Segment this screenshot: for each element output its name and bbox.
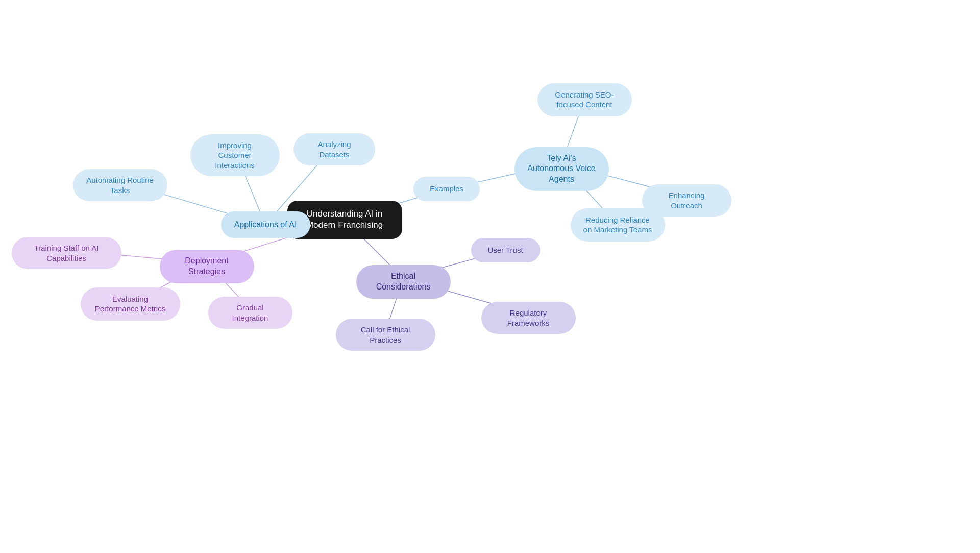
node-applications-of-ai[interactable]: Applications of AI xyxy=(221,211,310,238)
analyzing-datasets-label: Analyzing Datasets xyxy=(304,139,365,159)
center-label: Understanding AI in Modern Franchising xyxy=(298,208,392,231)
node-call-for-ethical[interactable]: Call for Ethical Practices xyxy=(336,319,435,351)
node-analyzing-datasets[interactable]: Analyzing Datasets xyxy=(293,133,375,165)
node-tely-ai[interactable]: Tely Ai's Autonomous Voice Agents xyxy=(514,147,609,191)
call-for-ethical-label: Call for Ethical Practices xyxy=(346,325,425,345)
node-evaluating-performance[interactable]: Evaluating Performance Metrics xyxy=(81,287,180,321)
gradual-integration-label: Gradual Integration xyxy=(218,303,282,323)
regulatory-frameworks-label: Regulatory Frameworks xyxy=(492,308,566,328)
node-ethical-considerations[interactable]: Ethical Considerations xyxy=(356,265,451,299)
ethical-considerations-label: Ethical Considerations xyxy=(366,271,440,293)
applications-label: Applications of AI xyxy=(234,220,297,230)
user-trust-label: User Trust xyxy=(487,245,523,255)
training-staff-label: Training Staff on AI Capabilities xyxy=(22,243,111,263)
evaluating-performance-label: Evaluating Performance Metrics xyxy=(91,294,170,314)
enhancing-outreach-label: Enhancing Outreach xyxy=(652,190,721,210)
node-automating-routine[interactable]: Automating Routine Tasks xyxy=(73,169,167,201)
deployment-strategies-label: Deployment Strategies xyxy=(170,256,244,277)
examples-label: Examples xyxy=(430,184,463,194)
node-deployment-strategies[interactable]: Deployment Strategies xyxy=(160,250,254,283)
automating-routine-label: Automating Routine Tasks xyxy=(83,175,157,195)
node-reducing-reliance[interactable]: Reducing Reliance on Marketing Teams xyxy=(571,208,665,242)
node-regulatory-frameworks[interactable]: Regulatory Frameworks xyxy=(481,302,576,334)
node-generating-seo[interactable]: Generating SEO-focused Content xyxy=(537,83,632,116)
node-improving-customer[interactable]: Improving Customer Interactions xyxy=(190,134,280,177)
node-gradual-integration[interactable]: Gradual Integration xyxy=(208,297,292,329)
node-training-staff[interactable]: Training Staff on AI Capabilities xyxy=(12,237,121,269)
node-user-trust[interactable]: User Trust xyxy=(471,238,540,262)
tely-ai-label: Tely Ai's Autonomous Voice Agents xyxy=(525,153,599,185)
generating-seo-label: Generating SEO-focused Content xyxy=(548,90,622,110)
reducing-reliance-label: Reducing Reliance on Marketing Teams xyxy=(581,215,655,235)
node-examples[interactable]: Examples xyxy=(413,177,480,201)
improving-customer-label: Improving Customer Interactions xyxy=(201,140,270,171)
